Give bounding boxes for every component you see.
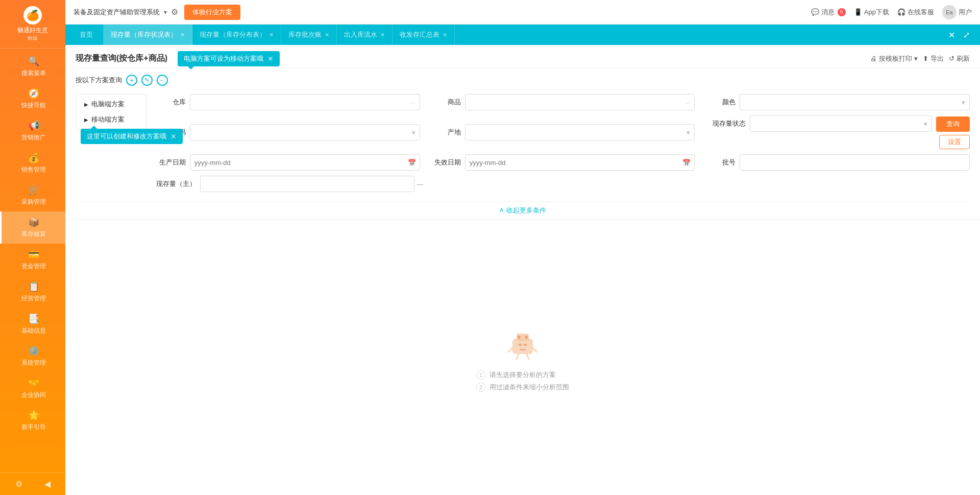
system-icon: ⚙️ bbox=[28, 345, 39, 357]
svg-line-7 bbox=[508, 348, 512, 352]
tooltip-close-icon[interactable]: ✕ bbox=[267, 55, 274, 63]
message-button[interactable]: 💬 消息 6 bbox=[811, 8, 846, 17]
batch-input[interactable] bbox=[740, 154, 970, 171]
scheme-desktop-item[interactable]: ▶ 电脑端方案 bbox=[76, 97, 146, 112]
arrow-scheme-button[interactable]: ← bbox=[157, 75, 168, 86]
logo-icon: 🍊 bbox=[23, 6, 42, 25]
goods-select[interactable]: ··· bbox=[465, 94, 695, 110]
inventory-qty-label: 现存量（主） bbox=[155, 179, 196, 188]
tab-inventory-status[interactable]: 现存量（库存状况表） ✕ bbox=[104, 25, 192, 45]
production-date-label: 生产日期 bbox=[155, 158, 186, 167]
collapse-sidebar-icon[interactable]: ◀ bbox=[44, 479, 51, 489]
settings-button[interactable]: 设置 bbox=[939, 135, 970, 149]
trial-industry-button[interactable]: 体验行业方案 bbox=[184, 5, 240, 20]
close-all-tabs-icon[interactable]: ✕ bbox=[946, 28, 957, 42]
tab-close-icon[interactable]: ✕ bbox=[325, 32, 329, 38]
production-date-input[interactable] bbox=[190, 154, 420, 171]
scheme-desktop-label: 电脑端方案 bbox=[91, 100, 125, 109]
size-select[interactable]: ▾ bbox=[190, 124, 420, 140]
svg-line-10 bbox=[527, 354, 529, 359]
collapse-row[interactable]: ∧ 收起更多条件 bbox=[76, 201, 970, 219]
tab-home[interactable]: 首页 bbox=[69, 25, 104, 45]
export-icon: ⬆ bbox=[923, 55, 928, 62]
page-header-actions: 🖨 按模板打印 ▾ ⬆ 导出 ↺ 刷新 bbox=[870, 54, 970, 63]
sidebar-item-label: 搜索菜单 bbox=[21, 69, 46, 78]
expand-icon[interactable]: ⤢ bbox=[961, 28, 972, 42]
system-dropdown[interactable]: ▾ bbox=[164, 9, 167, 16]
inventory-status-select[interactable]: ▾ bbox=[750, 115, 932, 132]
export-button[interactable]: ⬆ 导出 bbox=[923, 54, 944, 63]
template-print-label: 按模板打印 bbox=[879, 54, 912, 63]
app-download-button[interactable]: 📱 App下载 bbox=[854, 8, 889, 17]
svg-rect-6 bbox=[520, 349, 526, 350]
tab-in-out-flow[interactable]: 出入库流水 ✕ bbox=[337, 25, 393, 45]
sidebar: 🍊 畅通好生意 标版 🔍 搜索菜单 🧭 快捷导航 📢 营销推广 💰 销售管理 🛒… bbox=[0, 0, 65, 495]
tab-receive-send[interactable]: 收发存汇总表 ✕ bbox=[393, 25, 455, 45]
tooltip2-close-icon[interactable]: ✕ bbox=[170, 132, 177, 140]
filter-inventory-qty: 现存量（主） — bbox=[155, 176, 423, 192]
marketing-icon: 📢 bbox=[28, 120, 39, 131]
tab-close-icon[interactable]: ✕ bbox=[269, 32, 274, 38]
user-name-label: 用户 bbox=[959, 8, 972, 17]
svg-line-8 bbox=[533, 348, 537, 352]
tooltip2-text: 这里可以创建和修改方案哦 bbox=[87, 132, 166, 141]
export-label: 导出 bbox=[930, 54, 944, 63]
sidebar-item-label: 基础信息 bbox=[21, 326, 46, 335]
add-scheme-button[interactable]: + bbox=[126, 75, 137, 86]
sidebar-item-marketing[interactable]: 📢 营销推广 bbox=[0, 115, 65, 147]
expiry-date-input[interactable] bbox=[465, 154, 695, 171]
sidebar-item-label: 营销推广 bbox=[21, 133, 46, 142]
sidebar-item-finance[interactable]: 💳 资金管理 bbox=[0, 244, 65, 276]
filter-inventory-status: 现存量状态 ▾ bbox=[705, 115, 932, 132]
template-print-button[interactable]: 🖨 按模板打印 ▾ bbox=[870, 54, 918, 63]
sidebar-item-label: 资金管理 bbox=[21, 262, 46, 271]
sidebar-item-quick-nav[interactable]: 🧭 快捷导航 bbox=[0, 83, 65, 115]
ellipsis-icon: ··· bbox=[410, 99, 415, 106]
tab-close-icon[interactable]: ✕ bbox=[180, 32, 185, 38]
avatar-initials: Ea bbox=[946, 9, 952, 15]
settings-bottom-icon[interactable]: ⚙ bbox=[15, 479, 22, 489]
tab-close-icon[interactable]: ✕ bbox=[380, 32, 385, 38]
sidebar-item-operation[interactable]: 📋 经营管理 bbox=[0, 276, 65, 308]
tab-in-out-flow-label: 出入库流水 bbox=[344, 30, 377, 39]
tip-num-2: 2 bbox=[476, 383, 485, 392]
sidebar-item-search[interactable]: 🔍 搜索菜单 bbox=[0, 51, 65, 83]
warehouse-label: 仓库 bbox=[155, 98, 186, 107]
tab-inventory-dist[interactable]: 现存量（库存分布表） ✕ bbox=[192, 25, 281, 45]
sidebar-item-inventory[interactable]: 📦 库存核算 bbox=[0, 211, 65, 244]
filter-color: 颜色 ▾ bbox=[705, 94, 970, 110]
query-button[interactable]: 查询 bbox=[936, 116, 970, 132]
tab-batch-account[interactable]: 库存批次账 ✕ bbox=[281, 25, 337, 45]
tab-close-icon[interactable]: ✕ bbox=[443, 32, 447, 38]
scheme-mobile-item[interactable]: ▶ 移动端方案 bbox=[76, 112, 146, 127]
svg-rect-0 bbox=[512, 339, 533, 354]
refresh-button[interactable]: ↺ 刷新 bbox=[949, 54, 970, 63]
warehouse-select[interactable]: ··· bbox=[190, 94, 420, 110]
user-menu[interactable]: Ea 用户 bbox=[942, 5, 972, 19]
sidebar-item-guide[interactable]: 🌟 新手引导 bbox=[0, 405, 65, 437]
online-support-button[interactable]: 🎧 在线客服 bbox=[897, 8, 934, 17]
page-title: 现存量查询(按仓库+商品) bbox=[76, 53, 167, 64]
settings-icon[interactable]: ⚙ bbox=[171, 7, 178, 17]
chevron-down-color: ▾ bbox=[962, 99, 965, 106]
chevron-down-icon: ▾ bbox=[914, 55, 918, 62]
inventory-qty-min-input[interactable] bbox=[200, 176, 414, 192]
range-dash: — bbox=[416, 180, 423, 188]
edit-scheme-button[interactable]: ✎ bbox=[141, 75, 153, 86]
ellipsis-icon-goods: ··· bbox=[684, 99, 690, 106]
origin-select[interactable]: ▾ bbox=[465, 124, 695, 140]
sidebar-item-enterprise[interactable]: 🤝 企业协同 bbox=[0, 372, 65, 405]
color-select[interactable]: ▾ bbox=[740, 94, 970, 110]
filter-goods: 商品 ··· bbox=[430, 94, 695, 110]
filter-expiry-date: 失效日期 📅 bbox=[430, 154, 695, 171]
purchase-icon: 🛒 bbox=[28, 184, 39, 196]
sidebar-item-label: 新手引导 bbox=[21, 423, 46, 432]
tabs-bar-right: ✕ ⤢ bbox=[946, 28, 976, 42]
sidebar-item-purchase[interactable]: 🛒 采购管理 bbox=[0, 179, 65, 211]
sidebar-item-sales[interactable]: 💰 销售管理 bbox=[0, 147, 65, 179]
sidebar-item-basic[interactable]: 📑 基础信息 bbox=[0, 308, 65, 340]
sidebar-item-system[interactable]: ⚙️ 系统管理 bbox=[0, 340, 65, 372]
filter-batch: 批号 bbox=[705, 154, 970, 171]
production-date-input-wrap: 📅 bbox=[190, 154, 420, 171]
tip-num-1: 1 bbox=[476, 370, 485, 380]
